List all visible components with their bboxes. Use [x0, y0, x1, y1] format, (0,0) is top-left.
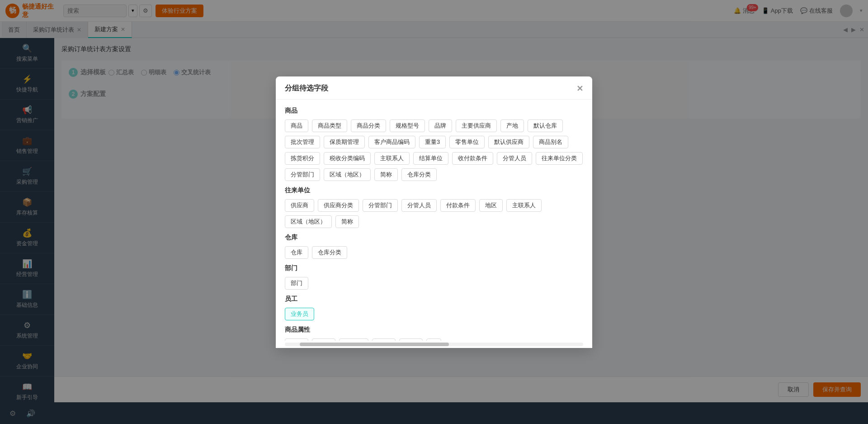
modal-title: 分组待选字段 — [285, 84, 328, 93]
field-tag-main-contact[interactable]: 主联系人 — [374, 152, 410, 165]
field-tag-tax-code[interactable]: 税收分类编码 — [324, 152, 371, 165]
field-tag-goods[interactable]: 商品 — [285, 119, 308, 132]
field-tag-partner-supervisor[interactable]: 分管人员 — [401, 199, 437, 212]
field-tag-batch-mgmt[interactable]: 批次管理 — [285, 136, 320, 148]
section-title-partner: 往来单位 — [285, 186, 583, 195]
field-tag-retail-unit[interactable]: 零售单位 — [449, 136, 485, 148]
field-tag-goods-category[interactable]: 商品分类 — [351, 119, 386, 132]
field-tag-goods-alias[interactable]: 商品别名 — [533, 136, 568, 148]
field-tag-payment-terms[interactable]: 收付款条件 — [452, 152, 493, 165]
modal-body: 商品 商品 商品类型 商品分类 规格型号 品牌 主要供应商 产地 默认仓库 批次… — [276, 100, 592, 341]
section-title-staff: 员工 — [285, 295, 583, 303]
field-tag-dept[interactable]: 分管部门 — [285, 168, 320, 181]
field-tag-warehouse[interactable]: 仓库 — [285, 246, 308, 259]
warehouse-tag-grid: 仓库 仓库分类 — [285, 246, 583, 259]
field-tag-supplier-category[interactable]: 供应商分类 — [318, 199, 359, 212]
staff-tag-grid: 业务员 — [285, 308, 583, 320]
field-tag-supervisor[interactable]: 分管人员 — [497, 152, 532, 165]
field-tag-default-supplier[interactable]: 默认供应商 — [488, 136, 529, 148]
field-tag-goods-type[interactable]: 商品类型 — [312, 119, 347, 132]
field-tag-partner-category[interactable]: 往来单位分类 — [536, 152, 583, 165]
field-tag-origin[interactable]: 产地 — [500, 119, 524, 132]
department-tag-grid: 部门 — [285, 277, 583, 290]
field-tag-partner-contact[interactable]: 主联系人 — [506, 199, 542, 212]
field-select-modal: 分组待选字段 ✕ 商品 商品 商品类型 商品分类 规格型号 品牌 主要供应商 产… — [276, 76, 592, 348]
field-tag-pick-points[interactable]: 拣货积分 — [285, 152, 320, 165]
field-tag-spec-model[interactable]: 规格型号 — [390, 119, 425, 132]
goods-tag-grid: 商品 商品类型 商品分类 规格型号 品牌 主要供应商 产地 默认仓库 批次管理 … — [285, 119, 583, 181]
field-tag-settle-unit[interactable]: 结算单位 — [413, 152, 448, 165]
field-tag-quality-mgmt[interactable]: 保质期管理 — [324, 136, 365, 148]
field-tag-default-warehouse[interactable]: 默认仓库 — [528, 119, 563, 132]
field-tag-brand[interactable]: 品牌 — [429, 119, 452, 132]
field-tag-weight3[interactable]: 重量3 — [419, 136, 446, 148]
field-tag-salesperson[interactable]: 业务员 — [285, 308, 314, 320]
section-title-goods: 商品 — [285, 107, 583, 115]
field-tag-short-name[interactable]: 简称 — [374, 168, 398, 181]
field-tag-partner-region[interactable]: 区域（地区） — [285, 215, 332, 228]
field-tag-partner-dept[interactable]: 分管部门 — [363, 199, 398, 212]
field-tag-customer-goods-code[interactable]: 客户商品编码 — [368, 136, 415, 148]
section-title-warehouse: 仓库 — [285, 233, 583, 242]
field-tag-partner-short-name[interactable]: 简称 — [335, 215, 359, 228]
field-tag-partner-area[interactable]: 地区 — [479, 199, 503, 212]
field-tag-warehouse-cat[interactable]: 仓库分类 — [312, 246, 347, 259]
partner-tag-grid: 供应商 供应商分类 分管部门 分管人员 付款条件 地区 主联系人 区域（地区） … — [285, 199, 583, 228]
field-tag-department[interactable]: 部门 — [285, 277, 308, 290]
section-title-goods-attr: 商品属性 — [285, 326, 583, 334]
field-tag-region[interactable]: 区域（地区） — [324, 168, 371, 181]
field-tag-partner-payment-terms[interactable]: 付款条件 — [440, 199, 476, 212]
modal-overlay[interactable]: 分组待选字段 ✕ 商品 商品 商品类型 商品分类 规格型号 品牌 主要供应商 产… — [0, 0, 868, 402]
field-tag-supplier[interactable]: 供应商 — [285, 199, 314, 212]
modal-close-button[interactable]: ✕ — [576, 84, 583, 94]
modal-header: 分组待选字段 ✕ — [276, 76, 592, 100]
section-title-department: 部门 — [285, 264, 583, 272]
field-tag-warehouse-category[interactable]: 仓库分类 — [401, 168, 437, 181]
field-tag-main-supplier[interactable]: 主要供应商 — [456, 119, 497, 132]
